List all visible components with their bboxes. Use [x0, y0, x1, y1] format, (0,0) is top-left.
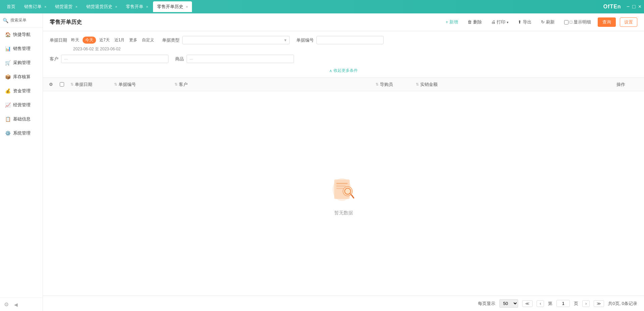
page-header: 零售开单历史 + 新增 🗑 删除 🖨 打印 ▾ ⬆ 导出 ↻ 刷新 [43, 13, 644, 31]
page-num-input[interactable] [556, 300, 570, 307]
query-button[interactable]: 查询 [598, 17, 616, 27]
tab-home[interactable]: 首页 [3, 1, 19, 12]
date-range-display: 2023-06-02 至 2023-06-02 [73, 47, 120, 51]
sidebar-item-system-mgmt[interactable]: ⚙️ 系统管理 [0, 126, 43, 140]
main-layout: 🔍 搜索采单 🏠 快捷导航 📊 销售管理 🛒 采购管理 📦 库存核算 [0, 13, 644, 311]
date-btn-7days[interactable]: 近7天 [98, 37, 111, 44]
sidebar-item-quick-nav[interactable]: 🏠 快捷导航 [0, 28, 43, 42]
sales-mgmt-icon: 📊 [5, 46, 10, 51]
sidebar-item-finance[interactable]: 💰 资金管理 [0, 84, 43, 98]
add-button[interactable]: + 新增 [443, 18, 461, 27]
brand-label: OfTEn [603, 4, 621, 10]
tab-sales-order[interactable]: 销售订单 × [20, 1, 50, 12]
col-header-date[interactable]: ⇅ 单据日期 [68, 82, 111, 88]
date-btn-yesterday[interactable]: 昨天 [70, 37, 81, 44]
sidebar-item-label: 系统管理 [13, 130, 31, 136]
print-dropdown-icon[interactable]: ▾ [507, 20, 508, 24]
select-all-checkbox[interactable] [60, 82, 64, 87]
tab-sales-return[interactable]: 销货退货 × [51, 1, 81, 12]
table-settings-btn[interactable]: ⚙ [46, 82, 57, 87]
export-button[interactable]: ⬆ 导出 [515, 18, 534, 27]
tab-close-sales-return[interactable]: × [75, 5, 77, 9]
sidebar-item-label: 经营管理 [13, 102, 31, 108]
page-size-label: 每页显示 [478, 301, 495, 307]
system-mgmt-icon: ⚙️ [5, 131, 10, 136]
order-num-filter: 单据编号 [296, 36, 384, 44]
display-detail-checkbox[interactable] [564, 20, 568, 24]
tab-close-sales-return-history[interactable]: × [115, 5, 117, 9]
filter-row-1: 单据日期 昨天 今天 近7天 近1月 更多 自定义 单据类型 ▾ [50, 36, 637, 44]
product-select[interactable]: ··· [187, 55, 294, 63]
col-header-amount[interactable]: ⇅ 实销金额 [413, 82, 614, 88]
table-section: ⚙ ⇅ 单据日期 ⇅ 单据编号 ⇅ 客户 ⇅ [43, 78, 644, 296]
col-header-action: 操作 [614, 82, 641, 88]
sidebar-items: 🏠 快捷导航 📊 销售管理 🛒 采购管理 📦 库存核算 💰 资金管理 📈 [0, 28, 43, 298]
sidebar-item-operations[interactable]: 📈 经营管理 [0, 98, 43, 112]
first-page-btn[interactable]: ≪ [522, 300, 533, 307]
quick-nav-icon: 🏠 [5, 32, 10, 37]
sort-icon-num: ⇅ [114, 82, 117, 87]
collapse-button[interactable]: ∧ 收起更多条件 [329, 68, 358, 73]
product-label: 商品 [175, 56, 184, 62]
date-btn-more[interactable]: 更多 [128, 37, 139, 44]
collapse-bar: ∧ 收起更多条件 [50, 66, 637, 75]
page-title: 零售开单历史 [50, 19, 82, 26]
sidebar-item-label: 库存核算 [13, 74, 31, 80]
col-header-num[interactable]: ⇅ 单据编号 [111, 82, 172, 88]
operations-icon: 📈 [5, 102, 10, 108]
last-page-btn[interactable]: ≫ [594, 300, 604, 307]
filter-row-2: 客户 ··· 商品 ··· [50, 55, 637, 63]
date-btn-today[interactable]: 今天 [83, 37, 96, 44]
tab-close-retail-open[interactable]: × [146, 5, 148, 9]
filter-section: 单据日期 昨天 今天 近7天 近1月 更多 自定义 单据类型 ▾ [43, 31, 644, 78]
product-filter: 商品 ··· [175, 55, 294, 63]
tab-bar: 首页 销售订单 × 销货退货 × 销货退货历史 × 零售开单 × 零售开单历史 … [3, 1, 603, 12]
delete-button[interactable]: 🗑 删除 [465, 18, 485, 27]
tab-close-retail-history[interactable]: × [186, 5, 188, 9]
sort-icon-customer: ⇅ [175, 82, 178, 87]
page-prefix: 第 [548, 301, 552, 307]
empty-icon [327, 171, 360, 205]
settings-icon[interactable]: ⚙ [4, 301, 9, 308]
date-btn-1month[interactable]: 近1月 [113, 37, 126, 44]
svg-rect-4 [336, 188, 344, 189]
sidebar-item-basic-info[interactable]: 📋 基础信息 [0, 112, 43, 126]
sidebar-item-label: 快捷导航 [13, 32, 31, 38]
customer-select[interactable]: ··· [61, 55, 168, 63]
customer-filter: 客户 ··· [50, 55, 168, 63]
tab-sales-return-history[interactable]: 销货退货历史 × [82, 1, 121, 12]
col-header-customer[interactable]: ⇅ 客户 [172, 82, 373, 88]
page-size-select[interactable]: 10 20 50 100 [499, 299, 518, 308]
next-page-btn[interactable]: › [582, 300, 590, 307]
close-btn[interactable]: × [638, 4, 641, 10]
tab-retail-history[interactable]: 零售开单历史 × [153, 1, 192, 12]
collapse-icon: ∧ [329, 68, 332, 73]
tab-retail-open[interactable]: 零售开单 × [122, 1, 152, 12]
sidebar-item-inventory[interactable]: 📦 库存核算 [0, 70, 43, 84]
settings-button[interactable]: 设置 [620, 17, 637, 27]
order-type-filter: 单据类型 ▾ [162, 36, 290, 44]
refresh-button[interactable]: ↻ 刷新 [538, 18, 557, 27]
print-button[interactable]: 🖨 打印 ▾ [489, 18, 511, 27]
sort-icon-guide: ⇅ [376, 82, 379, 87]
sidebar-item-label: 采购管理 [13, 60, 31, 66]
sidebar: 🔍 搜索采单 🏠 快捷导航 📊 销售管理 🛒 采购管理 📦 库存核算 [0, 13, 43, 311]
date-btn-custom[interactable]: 自定义 [141, 37, 155, 44]
order-type-select[interactable]: ▾ [182, 36, 290, 44]
order-num-input[interactable] [316, 36, 384, 44]
sidebar-bottom: ⚙ ◀ [0, 298, 43, 311]
select-all-checkbox-col [57, 82, 68, 87]
sidebar-item-sales-mgmt[interactable]: 📊 销售管理 [0, 42, 43, 56]
maximize-btn[interactable]: □ [632, 4, 636, 10]
prev-page-btn[interactable]: ‹ [537, 300, 544, 307]
col-header-guide[interactable]: ⇅ 导购员 [373, 82, 413, 88]
sidebar-item-purchase-mgmt[interactable]: 🛒 采购管理 [0, 56, 43, 70]
tab-close-sales-order[interactable]: × [44, 5, 46, 9]
collapse-icon[interactable]: ◀ [14, 302, 18, 307]
pagination-summary: 共0页, 0条记录 [608, 301, 637, 307]
minimize-btn[interactable]: − [627, 4, 630, 10]
sidebar-search[interactable]: 🔍 搜索采单 [0, 13, 43, 28]
sidebar-search-label: 搜索采单 [10, 17, 27, 23]
display-detail-button[interactable]: □ 显示明细 [561, 18, 594, 27]
table-header: ⚙ ⇅ 单据日期 ⇅ 单据编号 ⇅ 客户 ⇅ [43, 78, 644, 91]
